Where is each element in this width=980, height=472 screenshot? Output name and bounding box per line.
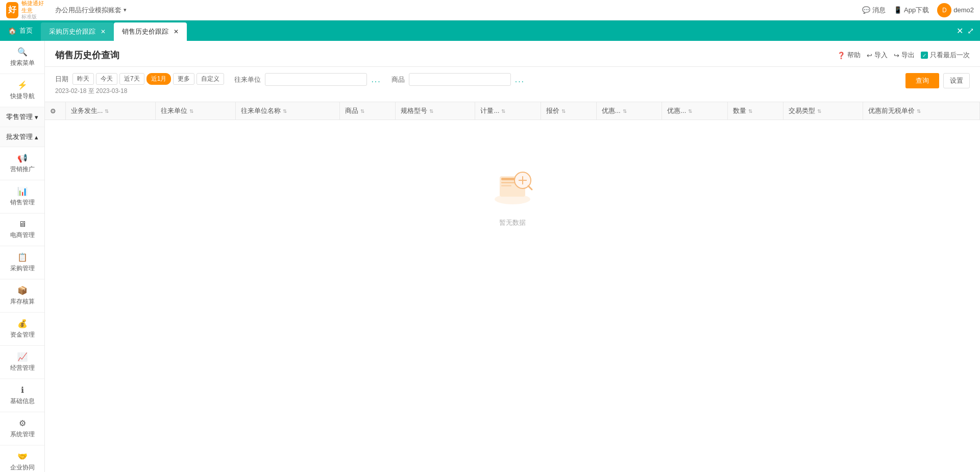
top-bar: 好 畅捷通好生意 标准版 办公用品行业模拟账套 ▾ 💬 消息 📱 App下载 D…	[0, 0, 980, 20]
page-header: 销售历史价查询 ❓ 帮助 ↩ 导入 ↪ 导出 ✓	[45, 41, 980, 67]
checkbox-icon: ✓	[921, 52, 928, 59]
download-icon: 📱	[894, 6, 902, 14]
table-header: ⚙ 业务发生... ⇅ 往来单位	[45, 102, 980, 120]
date-buttons: 昨天 今天 近7天 近1月 更多 自定义	[72, 73, 224, 85]
tab-home[interactable]: 🏠 首页	[0, 20, 41, 41]
date-filter-group: 日期 昨天 今天 近7天 近1月 更多 自定义	[55, 73, 224, 85]
home-icon: 🏠	[8, 27, 16, 35]
help-button[interactable]: ❓ 帮助	[837, 51, 861, 60]
th-biz-date[interactable]: 业务发生... ⇅	[65, 102, 156, 120]
maximize-window-button[interactable]: ⤢	[967, 26, 974, 36]
filter-actions: 查询 设置	[905, 73, 970, 88]
partner-filter: 往来单位 ...	[234, 73, 381, 86]
marketing-icon: 📢	[17, 153, 28, 163]
avatar: D	[937, 3, 951, 17]
tab-close-sales[interactable]: ✕	[174, 28, 179, 35]
goods-input[interactable]	[409, 73, 511, 86]
close-window-button[interactable]: ✕	[957, 26, 963, 36]
operations-icon: 📈	[17, 352, 28, 362]
th-partner-name[interactable]: 往来单位名称 ⇅	[235, 102, 340, 120]
th-discount2[interactable]: 优惠... ⇅	[662, 102, 728, 120]
content-area: 销售历史价查询 ❓ 帮助 ↩ 导入 ↪ 导出 ✓	[45, 41, 980, 472]
sidebar-item-operations[interactable]: 📈 经营管理	[0, 346, 44, 379]
settings-icon: ⚙	[50, 107, 56, 115]
sidebar-item-purchase[interactable]: 📋 采购管理	[0, 246, 44, 279]
export-button[interactable]: ↪ 导出	[894, 51, 915, 60]
app-download-button[interactable]: 📱 App下载	[894, 6, 929, 15]
app-selector[interactable]: 办公用品行业模拟账套 ▾	[51, 4, 131, 17]
sidebar-item-ecommerce[interactable]: 🖥 电商管理	[0, 214, 44, 246]
logo-text: 畅捷通好生意 标准版	[21, 0, 47, 19]
tab-sales-history[interactable]: 销售历史价跟踪 ✕	[114, 22, 187, 41]
page-title: 销售历史价查询	[55, 49, 119, 61]
filter-area: 日期 昨天 今天 近7天 近1月 更多 自定义 2023-02-18 至 202…	[45, 67, 980, 102]
sidebar-item-finance[interactable]: 💰 资金管理	[0, 313, 44, 346]
partner-input[interactable]	[265, 73, 367, 86]
sort-icon: ⇅	[688, 108, 692, 114]
sort-icon: ⇅	[189, 108, 193, 114]
empty-state: 暂无数据	[45, 120, 980, 268]
sidebar-item-marketing[interactable]: 📢 营销推广	[0, 147, 44, 180]
date-btn-yesterday[interactable]: 昨天	[72, 73, 94, 85]
sidebar-item-search[interactable]: 🔍 搜索菜单	[0, 41, 44, 74]
tab-bar-actions: ✕ ⤢	[957, 20, 980, 41]
sort-icon: ⇅	[283, 108, 287, 114]
partner-dots[interactable]: ...	[371, 75, 381, 84]
tab-close-purchase[interactable]: ✕	[101, 28, 106, 35]
sort-icon: ⇅	[501, 108, 505, 114]
sidebar-item-retail[interactable]: 零售管理 ▾	[0, 107, 44, 127]
sidebar-item-inventory[interactable]: 📦 库存核算	[0, 279, 44, 313]
system-icon: ⚙	[19, 418, 26, 428]
goods-dots[interactable]: ...	[515, 75, 525, 84]
inventory-icon: 📦	[17, 286, 28, 295]
import-button[interactable]: ↩ 导入	[867, 51, 888, 60]
purchase-icon: 📋	[17, 252, 28, 262]
th-partner-code[interactable]: 往来单位 ⇅	[156, 102, 236, 120]
sidebar-item-shortcut[interactable]: ⚡ 快捷导航	[0, 74, 44, 107]
date-range: 2023-02-18 至 2023-03-18	[55, 87, 224, 96]
sidebar-item-enterprise[interactable]: 🤝 企业协同	[0, 445, 44, 472]
top-bar-left: 好 畅捷通好生意 标准版 办公用品行业模拟账套 ▾	[6, 0, 131, 19]
th-spec[interactable]: 规格型号 ⇅	[395, 102, 475, 120]
sidebar-item-wholesale[interactable]: 批发管理 ▴	[0, 127, 44, 147]
import-icon: ↩	[867, 52, 872, 59]
th-settings[interactable]: ⚙	[45, 102, 65, 120]
tab-purchase-history[interactable]: 采购历史价跟踪 ✕	[41, 22, 114, 41]
basic-icon: ℹ	[21, 385, 24, 395]
sidebar: 🔍 搜索菜单 ⚡ 快捷导航 零售管理 ▾ 批发管理 ▴ 📢 营销推广 📊 销售管…	[0, 41, 45, 472]
export-icon: ↪	[894, 52, 899, 59]
sidebar-item-sales-mgmt[interactable]: 📊 销售管理	[0, 180, 44, 214]
th-trade-type[interactable]: 交易类型 ⇅	[783, 102, 863, 120]
sidebar-item-basic[interactable]: ℹ 基础信息	[0, 379, 44, 412]
page-content: 销售历史价查询 ❓ 帮助 ↩ 导入 ↪ 导出 ✓	[45, 41, 980, 472]
message-button[interactable]: 💬 消息	[862, 6, 886, 15]
sort-icon: ⇅	[917, 108, 921, 114]
query-button[interactable]: 查询	[905, 73, 939, 88]
th-unit[interactable]: 计量... ⇅	[475, 102, 541, 120]
th-no-tax-price[interactable]: 优惠前无税单价 ⇅	[863, 102, 980, 120]
search-icon: 🔍	[17, 47, 28, 57]
th-goods[interactable]: 商品 ⇅	[340, 102, 396, 120]
date-btn-7days[interactable]: 近7天	[119, 73, 144, 85]
sort-icon: ⇅	[561, 108, 566, 114]
date-btn-today[interactable]: 今天	[96, 73, 117, 85]
goods-filter: 商品 ...	[391, 73, 525, 86]
enterprise-icon: 🤝	[17, 452, 28, 461]
date-btn-more[interactable]: 更多	[173, 73, 194, 85]
main-layout: 🔍 搜索菜单 ⚡ 快捷导航 零售管理 ▾ 批发管理 ▴ 📢 营销推广 📊 销售管…	[0, 41, 980, 472]
th-quote[interactable]: 报价 ⇅	[541, 102, 597, 120]
logo-area: 好 畅捷通好生意 标准版	[6, 0, 47, 19]
user-menu[interactable]: D demo2	[937, 3, 974, 17]
sidebar-item-system[interactable]: ⚙ 系统管理	[0, 412, 44, 445]
date-filter: 日期 昨天 今天 近7天 近1月 更多 自定义 2023-02-18 至 202…	[55, 73, 224, 96]
date-btn-1month[interactable]: 近1月	[146, 73, 172, 85]
empty-text: 暂无数据	[499, 218, 526, 227]
settings-button[interactable]: 设置	[943, 73, 970, 88]
sort-icon: ⇅	[360, 108, 364, 114]
top-bar-right: 💬 消息 📱 App下载 D demo2	[862, 3, 974, 17]
th-quantity[interactable]: 数量 ⇅	[728, 102, 783, 120]
date-btn-custom[interactable]: 自定义	[197, 73, 224, 85]
message-icon: 💬	[862, 6, 870, 14]
last-only-checkbox[interactable]: ✓ 只看最后一次	[921, 51, 970, 60]
th-discount1[interactable]: 优惠... ⇅	[596, 102, 662, 120]
